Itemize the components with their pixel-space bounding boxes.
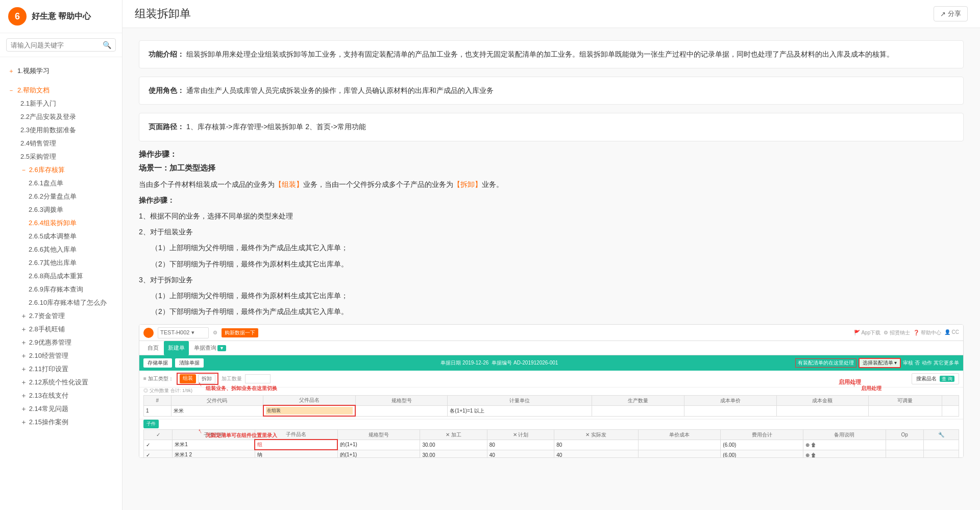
mini-top-row-1: 1 米米 在组装 各(1+1)=1 以上 <box>144 405 959 416</box>
mini-bcol-op: Op <box>886 430 923 440</box>
screenshot-container: TEST-H002 ▾ ⚙ 购新数据一下 🚩 App下载 ⚙ 招贤纳士 ❓ 帮助… <box>139 324 964 458</box>
sidebar-item-prepare[interactable]: 2.3使用前数据准备 <box>8 124 114 137</box>
screenshot-inner: TEST-H002 ▾ ⚙ 购新数据一下 🚩 App下载 ⚙ 招贤纳士 ❓ 帮助… <box>139 325 963 457</box>
sidebar-item-print[interactable]: ＋ 2.11打印设置 <box>8 362 114 376</box>
mini-label-date: 单据日期 2019-12-26 <box>440 359 488 367</box>
mini-nav: 自页 新建单 单据查询 ▼ <box>139 341 963 355</box>
mini-col-qty: 计量单位 <box>448 396 592 406</box>
sidebar-item-install[interactable]: 2.2产品安装及登录 <box>8 110 114 124</box>
logo-area: 6 好生意 帮助中心 <box>0 0 122 33</box>
scenario1-block: 场景一：加工类型选择 当由多个子件材料组装成一个成品的业务为【组装】业务，当由一… <box>139 163 964 319</box>
minus-icon-docs: － <box>8 86 14 95</box>
logo-icon: 6 <box>8 7 27 26</box>
step2: 2、对于组装业务 <box>139 226 964 238</box>
step3-sub1: （1）上部明细为父件明细，最终作为原材料生成其它出库单； <box>139 289 964 302</box>
mini-bcol-plan: ✕ 计划 <box>487 430 554 440</box>
mini-qty-input <box>245 374 271 383</box>
sidebar-item-inventory[interactable]: － 2.6库存核算 <box>8 163 114 177</box>
sidebar-item-newbie[interactable]: 2.1新手入门 <box>8 97 114 110</box>
nav-tree: ＋ 1.视频学习 － 2.帮助文档 2.1新手入门 2.2产品安装及登录 2.3… <box>0 57 122 510</box>
mini-col-cost: 成本单价 <box>684 396 776 406</box>
sidebar-item-faq[interactable]: ＋ 2.14常见问题 <box>8 402 114 416</box>
mini-bottom-table: ✓ 子件代码 子件品名 规格型号 ✕ 加工 ✕ 计划 ✕ 实际发 单价成本 费用… <box>143 429 959 457</box>
mini-col-num: # <box>144 396 172 406</box>
mini-col-spec: 规格型号 <box>355 396 448 406</box>
mini-bcol-icons: 🔧 <box>923 430 959 440</box>
sidebar-item-payment[interactable]: ＋ 2.13在线支付 <box>8 389 114 402</box>
sidebar-item-inventory-267[interactable]: 2.6.7其他出库单 <box>8 256 114 270</box>
intro-label: 功能介绍： <box>149 50 184 58</box>
mini-bcol-code: 子件代码 <box>173 430 255 440</box>
mini-type-disassemble: 拆卸 <box>198 374 215 383</box>
topbar: 组装拆卸单 ↗ 分享 <box>122 0 980 28</box>
sidebar-item-docs[interactable]: － 2.帮助文档 <box>8 84 114 97</box>
sidebar-item-personalize[interactable]: ＋ 2.12系统个性化设置 <box>8 376 114 389</box>
mini-col-stock: 可调量 <box>869 396 942 406</box>
share-button[interactable]: ↗ 分享 <box>934 6 968 21</box>
mini-col-name: 父件品名 <box>263 396 356 406</box>
search-input[interactable] <box>11 41 103 49</box>
sidebar-item-inventory-269[interactable]: 2.6.9库存账本查询 <box>8 283 114 296</box>
mini-col-count: 生产数量 <box>592 396 684 406</box>
mini-action: 动作 其它更多单 <box>922 359 959 367</box>
sidebar-item-inventory-268[interactable]: 2.6.8商品成本重算 <box>8 270 114 283</box>
share-icon: ↗ <box>940 10 946 18</box>
sidebar-item-finance[interactable]: ＋ 2.7资金管理 <box>8 309 114 323</box>
mini-nav-home: 自页 <box>143 341 163 355</box>
mini-bcol-actual: ✕ 实际发 <box>554 430 638 440</box>
mini-audit: 审核 否 <box>903 359 920 367</box>
mini-ui: TEST-H002 ▾ ⚙ 购新数据一下 🚩 App下载 ⚙ 招贤纳士 ❓ 帮助… <box>139 325 963 457</box>
plus-icon-video: ＋ <box>8 67 14 76</box>
sidebar-item-mobile[interactable]: ＋ 2.8手机旺铺 <box>8 323 114 336</box>
sidebar-item-management[interactable]: ＋ 2.10经营管理 <box>8 349 114 362</box>
mini-nav-new: 新建单 <box>164 341 189 355</box>
sidebar-item-inventory-264[interactable]: 2.6.4组装拆卸单 <box>8 216 114 230</box>
sidebar-item-inventory-265[interactable]: 2.6.5成本调整单 <box>8 230 114 243</box>
sidebar-item-sales[interactable]: 2.4销售管理 <box>8 137 114 150</box>
ann-enable: 启用处理 <box>839 378 861 386</box>
mini-select-bom: 选择装配清单 ▾ <box>859 358 901 368</box>
step1: 1、根据不同的业务，选择不同单据的类型来处理 <box>139 210 964 223</box>
sidebar-item-cases[interactable]: ＋ 2.15操作案例 <box>8 416 114 429</box>
scenario1-steps-heading: 操作步骤： <box>139 194 964 207</box>
mini-col-op <box>942 396 959 406</box>
sidebar-item-inventory-2610[interactable]: 2.6.10库存账本错了怎么办 <box>8 296 114 309</box>
mini-bottom-table-label: 子件 <box>143 420 159 428</box>
role-text: 通常由生产人员或库管人员完成拆装业务的操作，库管人员确认原材料的出库和产成品的入… <box>186 86 494 94</box>
path-block: 页面路径： 1、库存核算->库存管理->组装拆卸单 2、首页->常用功能 <box>139 113 964 141</box>
mini-top-table: # 父件代码 父件品名 规格型号 计量单位 生产数量 成本单价 成本金额 可调量 <box>143 395 959 417</box>
mini-col-total: 成本金额 <box>776 396 869 406</box>
mini-btn-save: 存储单据 <box>143 358 172 368</box>
logo-text: 好生意 帮助中心 <box>32 11 91 22</box>
mini-btn-clear: 清除单据 <box>175 358 204 368</box>
mini-bcol-name: 子件品名 <box>255 430 337 440</box>
scenario1-heading: 场景一：加工类型选择 <box>139 163 964 173</box>
mini-qty-label: 加工数量 <box>222 375 242 382</box>
nav-section-video: ＋ 1.视频学习 <box>0 61 122 81</box>
role-block: 使用角色： 通常由生产人员或库管人员完成拆装业务的操作，库管人员确认原材料的出库… <box>139 77 964 105</box>
mini-icon-2: ⚙ 招贤纳士 <box>884 329 910 336</box>
sidebar-item-inventory-261[interactable]: 2.6.1盘点单 <box>8 177 114 190</box>
intro-block: 功能介绍： 组装拆卸单用来处理企业组装或拆卸等加工业务，支持有固定装配清单的产品… <box>139 40 964 68</box>
mini-logo <box>143 328 154 338</box>
sidebar-item-inventory-262[interactable]: 2.6.2分量盘点单 <box>8 190 114 203</box>
mini-toolbar: 存储单据 清除单据 单据日期 2019-12-26 单据编号 AD-201912… <box>139 355 963 371</box>
mini-icon-3: ❓ 帮助中心 <box>913 329 941 336</box>
sidebar-item-inventory-266[interactable]: 2.6.6其他入库单 <box>8 243 114 256</box>
search-area: 🔍 <box>0 33 122 57</box>
mini-type-assemble: 组装 <box>180 374 196 383</box>
page-title: 组装拆卸单 <box>135 6 191 21</box>
intro-text: 组装拆卸单用来处理企业组装或拆卸等加工业务，支持有固定装配清单的产品加工业务，也… <box>186 50 894 58</box>
search-box: 🔍 <box>6 38 116 52</box>
mini-bottom-table-area: 子件 ✓ 子件代码 子件品名 规格型号 ✕ 加工 ✕ 计划 <box>139 420 963 457</box>
sidebar-item-video[interactable]: ＋ 1.视频学习 <box>8 64 114 78</box>
mini-enable-area: 搜索品名 查 询 <box>912 373 959 384</box>
sidebar-item-purchase[interactable]: 2.5采购管理 <box>8 150 114 163</box>
sidebar-item-inventory-263[interactable]: 2.6.3调拨单 <box>8 203 114 216</box>
mini-header: TEST-H002 ▾ ⚙ 购新数据一下 🚩 App下载 ⚙ 招贤纳士 ❓ 帮助… <box>139 325 963 341</box>
mini-type-label: ≡ 加工类型： <box>143 375 174 382</box>
sidebar-item-coupon[interactable]: ＋ 2.9优惠券管理 <box>8 336 114 349</box>
step2-sub1: （1）上部明细为父件明细，最终作为产成品生成其它入库单； <box>139 241 964 254</box>
mini-top-table-area: ◎ 父件(数量 合计: 1/9k) # 父件代码 父件品名 规格型号 计量单位 … <box>139 387 963 419</box>
search-icon[interactable]: 🔍 <box>103 41 111 49</box>
